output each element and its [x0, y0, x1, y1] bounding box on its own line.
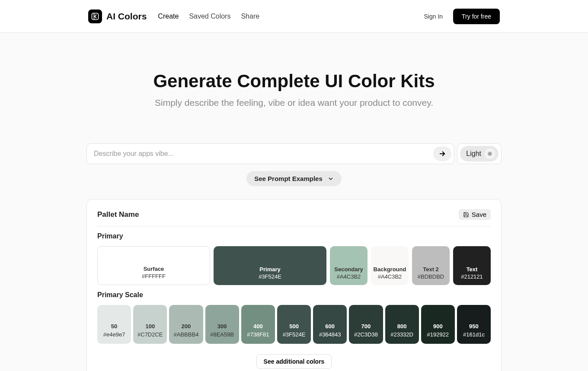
- scale-label: 100: [145, 323, 155, 330]
- save-icon: [463, 212, 469, 218]
- primary-swatches: Surface#FFFFFFPrimary#3F524ESecondary#A4…: [97, 246, 491, 285]
- swatch-label: Surface: [144, 266, 164, 272]
- theme-light-option[interactable]: Light: [460, 146, 499, 162]
- scale-swatch-600[interactable]: 600#364843: [313, 305, 347, 344]
- theme-label: Light: [466, 150, 481, 158]
- swatch-text[interactable]: Text#212121: [453, 246, 491, 285]
- chevron-down-icon: [328, 176, 334, 182]
- scale-hex: #ABBBB4: [174, 331, 199, 338]
- prompt-row: Light: [86, 143, 502, 164]
- scale-label: 600: [325, 323, 335, 330]
- primary-section-label: Primary: [97, 232, 491, 240]
- save-button[interactable]: Save: [459, 209, 491, 220]
- submit-button[interactable]: [433, 146, 451, 161]
- primary-scale-label: Primary Scale: [97, 291, 491, 299]
- swatch-secondary[interactable]: Secondary#A4C3B2: [330, 246, 368, 285]
- logo[interactable]: AI Colors: [88, 10, 147, 23]
- main-nav: Create Saved Colors Share: [158, 13, 259, 20]
- swatch-primary[interactable]: Primary#3F524E: [214, 246, 326, 285]
- hero-title: Generate Complete UI Color Kits: [0, 71, 588, 92]
- palette-name[interactable]: Pallet Name: [97, 210, 139, 219]
- scale-label: 300: [217, 323, 227, 330]
- logo-icon: [88, 10, 102, 23]
- swatch-label: Text: [467, 266, 478, 273]
- swatch-hex: #BDBDBD: [418, 273, 444, 280]
- scale-swatch-50[interactable]: 50#e4e9e7: [97, 305, 131, 344]
- scale-swatch-800[interactable]: 800#23332D: [385, 305, 419, 344]
- sign-in-link[interactable]: Sign In: [424, 13, 443, 20]
- swatch-label: Background: [374, 266, 406, 273]
- prompt-input-wrap: [86, 143, 454, 164]
- scale-hex: #23332D: [390, 331, 413, 338]
- scale-hex: #364843: [319, 331, 341, 338]
- hero-subtitle: Simply describe the feeling, vibe or ide…: [0, 98, 588, 108]
- nav-share[interactable]: Share: [241, 13, 259, 20]
- swatch-hex: #A4C3B2: [378, 273, 402, 280]
- primary-scale-swatches: 50#e4e9e7100#C7D2CE200#ABBBB4300#8EA59B4…: [97, 305, 491, 344]
- prompt-input[interactable]: [94, 150, 433, 158]
- scale-swatch-700[interactable]: 700#2C3D38: [349, 305, 383, 344]
- scale-swatch-950[interactable]: 950#161d1c: [457, 305, 491, 344]
- scale-swatch-500[interactable]: 500#3F524E: [277, 305, 311, 344]
- nav-saved-colors[interactable]: Saved Colors: [189, 13, 230, 20]
- scale-label: 700: [361, 323, 371, 330]
- scale-hex: #2C3D38: [354, 331, 378, 338]
- swatch-label: Primary: [259, 266, 280, 273]
- scale-label: 50: [111, 323, 117, 330]
- swatch-hex: #3F524E: [259, 273, 281, 280]
- see-prompt-examples-button[interactable]: See Prompt Examples: [246, 171, 342, 186]
- swatch-hex: #FFFFFF: [142, 273, 166, 279]
- swatch-hex: #212121: [461, 273, 483, 280]
- swatch-text-2[interactable]: Text 2#BDBDBD: [412, 246, 450, 285]
- swatch-label: Text 2: [423, 266, 439, 273]
- swatch-surface[interactable]: Surface#FFFFFF: [97, 246, 210, 285]
- examples-button-label: See Prompt Examples: [254, 175, 323, 182]
- swatch-background[interactable]: Background#A4C3B2: [371, 246, 409, 285]
- scale-hex: #8EA59B: [210, 331, 234, 338]
- nav-create[interactable]: Create: [158, 13, 179, 20]
- main-content: Generate Complete UI Color Kits Simply d…: [0, 33, 588, 371]
- scale-label: 900: [433, 323, 443, 330]
- scale-hex: #3F524E: [283, 331, 306, 338]
- scale-hex: #738F81: [247, 331, 269, 338]
- scale-hex: #161d1c: [463, 331, 485, 338]
- svg-point-1: [489, 153, 491, 155]
- scale-hex: #e4e9e7: [103, 331, 125, 338]
- app-header: AI Colors Create Saved Colors Share Sign…: [0, 0, 588, 33]
- save-button-label: Save: [472, 211, 486, 218]
- theme-toggle: Light: [457, 143, 502, 164]
- try-for-free-button[interactable]: Try for free: [453, 9, 500, 24]
- scale-hex: #C7D2CE: [137, 331, 163, 338]
- palette-card: Pallet Name Save Primary Surface#FFFFFFP…: [86, 199, 502, 371]
- logo-text: AI Colors: [106, 11, 147, 22]
- see-additional-colors-button[interactable]: See additional colors: [256, 354, 332, 369]
- scale-hex: #192922: [427, 331, 449, 338]
- scale-swatch-200[interactable]: 200#ABBBB4: [169, 305, 203, 344]
- scale-swatch-300[interactable]: 300#8EA59B: [205, 305, 239, 344]
- header-right: Sign In Try for free: [424, 9, 500, 24]
- swatch-hex: #A4C3B2: [337, 273, 361, 280]
- palette-header: Pallet Name Save: [97, 209, 491, 226]
- scale-label: 200: [182, 323, 191, 330]
- sun-icon: [485, 149, 495, 159]
- scale-label: 950: [469, 323, 479, 330]
- scale-swatch-900[interactable]: 900#192922: [421, 305, 455, 344]
- scale-label: 500: [289, 323, 299, 330]
- scale-swatch-400[interactable]: 400#738F81: [241, 305, 275, 344]
- scale-label: 400: [253, 323, 263, 330]
- scale-swatch-100[interactable]: 100#C7D2CE: [133, 305, 167, 344]
- scale-label: 800: [397, 323, 407, 330]
- arrow-right-icon: [438, 150, 446, 158]
- swatch-label: Secondary: [334, 266, 363, 273]
